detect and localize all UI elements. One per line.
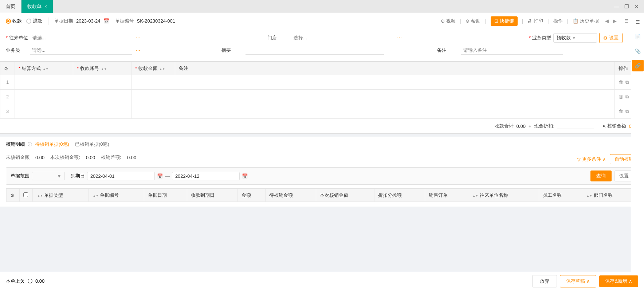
nav-next[interactable]: ▶ — [611, 17, 619, 25]
counterparty-input[interactable] — [30, 34, 132, 42]
salesperson-input[interactable] — [30, 46, 132, 55]
history-btn[interactable]: 📋 历史单据 — [573, 18, 599, 24]
store-more-btn[interactable]: ··· — [396, 35, 403, 41]
row-3-remark[interactable] — [175, 104, 615, 119]
salesperson-more-btn[interactable]: ··· — [134, 47, 142, 54]
table-row: 3 🗑 ⧉ — [0, 104, 644, 119]
restore-button[interactable]: ❐ — [622, 2, 631, 11]
row-2-copy-icon[interactable]: ⧉ — [625, 94, 629, 100]
receipt-table-container: ⚙ 结算方式 ▲▼ 收款账号 ▲▼ 收款金额 ▲▼ 备注 — [0, 62, 644, 119]
select-all-checkbox[interactable] — [23, 192, 28, 197]
row-1-settlement[interactable] — [15, 75, 73, 90]
cal-to-icon[interactable]: 📅 — [242, 173, 248, 179]
sidebar-link-icon[interactable]: 🔗 — [632, 60, 644, 71]
help-btn[interactable]: ⊙ 帮助 — [466, 18, 480, 24]
receipt-table-section: ⚙ 结算方式 ▲▼ 收款账号 ▲▼ 收款金额 ▲▼ 备注 — [0, 62, 644, 119]
close-button[interactable]: ✕ — [632, 2, 641, 11]
collapse-icon: ∧ — [602, 157, 606, 162]
row-2-amount[interactable] — [131, 90, 175, 104]
discount-input[interactable] — [557, 123, 594, 129]
divider-6: | — [567, 18, 568, 24]
due-date-to[interactable] — [172, 172, 240, 180]
row-1-copy-icon[interactable]: ⧉ — [625, 79, 629, 85]
counterparty-more-btn[interactable]: ··· — [134, 35, 142, 41]
row-1-amount[interactable] — [131, 75, 175, 90]
tab-receipt[interactable]: 收款单 × — [21, 0, 53, 13]
remark-input[interactable] — [461, 46, 563, 55]
row-3-amount[interactable] — [131, 104, 175, 119]
more-conditions-btn[interactable]: ▽ 更多条件 ∧ — [577, 156, 606, 162]
biz-type-select[interactable]: 预收款 ▼ — [553, 33, 597, 43]
table-settings-icon[interactable]: ⚙ — [4, 66, 8, 71]
doc-date-value[interactable]: 2023-03-24 — [76, 18, 101, 24]
net-label: 可核销金额 — [602, 123, 626, 129]
unverified-value: 0.00 — [35, 155, 44, 160]
radio-receipt[interactable]: 收款 — [6, 18, 22, 24]
right-sidebar: ☰ 📄 📎 🔗 — [631, 13, 644, 272]
bt-sales-order-label: 销售订单 — [429, 192, 448, 198]
video-btn[interactable]: ⊙ 视频 — [441, 18, 456, 24]
bt-settings-icon[interactable]: ⚙ — [10, 193, 15, 198]
row-2-settlement[interactable] — [15, 90, 73, 104]
query-btn[interactable]: 查询 — [590, 171, 612, 181]
row-3-copy-icon[interactable]: ⧉ — [625, 109, 629, 114]
sort-cp-icon[interactable]: ▲▼ — [472, 195, 478, 197]
tab-done[interactable]: 已核销单据(0笔) — [75, 141, 109, 148]
store-input[interactable] — [291, 34, 393, 42]
info-icon[interactable]: ⓘ — [28, 141, 32, 148]
bt-col-settings[interactable]: ⚙ — [7, 189, 20, 202]
sort-dept-icon[interactable]: ▲▼ — [586, 195, 592, 197]
window-controls: — ❐ ✕ — [612, 2, 644, 11]
row-2-account[interactable] — [73, 90, 131, 104]
row-3-delete-icon[interactable]: 🗑 — [619, 109, 623, 114]
tab-pending[interactable]: 待核销单据(0笔) — [35, 141, 69, 148]
due-date-from[interactable] — [87, 172, 155, 180]
bt-col-doc-date: 单据日期 — [144, 189, 187, 202]
print-btn[interactable]: 🖨 打印 — [527, 18, 543, 24]
running-total-info-icon[interactable]: ⓘ — [28, 278, 32, 285]
radio-receipt-label: 收款 — [12, 18, 22, 24]
save-draft-button[interactable]: 保存草稿 ∧ — [560, 275, 596, 287]
biz-settings-btn[interactable]: ⚙ 设置 — [599, 33, 623, 43]
divider-4: | — [522, 18, 523, 24]
row-1-account[interactable] — [73, 75, 131, 90]
cal-from-icon[interactable]: 📅 — [157, 173, 163, 179]
sort-account-icon[interactable]: ▲▼ — [101, 68, 107, 71]
tab-close-icon[interactable]: × — [44, 4, 47, 9]
range-select[interactable]: ▼ — [32, 172, 65, 180]
row-2-remark[interactable] — [175, 90, 615, 104]
col-settings[interactable]: ⚙ — [0, 62, 15, 75]
sidebar-attach-icon[interactable]: 📎 — [632, 45, 644, 57]
summary-input[interactable] — [246, 46, 384, 55]
row-2-delete-icon[interactable]: 🗑 — [619, 94, 623, 99]
calendar-icon[interactable]: 📅 — [103, 18, 109, 24]
save-new-button[interactable]: 保存&新增 ∧ — [599, 275, 638, 287]
row-3-account[interactable] — [73, 104, 131, 119]
sort-dt-icon[interactable]: ▲▼ — [37, 195, 43, 197]
minimize-button[interactable]: — — [612, 2, 621, 11]
operations-btn[interactable]: 操作 — [553, 18, 563, 24]
shortcuts-btn[interactable]: ⊡ 快捷键 — [491, 16, 518, 26]
tab-home[interactable]: 首页 — [0, 0, 21, 13]
total-value: 0.00 — [517, 124, 526, 129]
list-view-btn[interactable]: ☰ — [623, 17, 630, 25]
nav-prev[interactable]: ◀ — [603, 17, 610, 25]
row-1-delete-icon[interactable]: 🗑 — [619, 79, 623, 85]
sort-amount-icon[interactable]: ▲▼ — [159, 68, 165, 71]
sidebar-table-icon[interactable]: ☰ — [632, 16, 644, 28]
row-1-remark[interactable] — [175, 75, 615, 90]
col-remark-label: 备注 — [179, 66, 188, 71]
abandon-button[interactable]: 放弃 — [532, 275, 557, 287]
bt-col-pending: 待核销金额 — [265, 189, 316, 202]
radio-refund[interactable]: 退款 — [26, 18, 42, 24]
sidebar-doc-icon[interactable]: 📄 — [632, 31, 644, 42]
sort-settlement-icon[interactable]: ▲▼ — [43, 68, 48, 71]
bt-due-date-label: 收款到期日 — [191, 192, 215, 198]
save-draft-label: 保存草稿 — [566, 278, 585, 285]
sort-dn-icon[interactable]: ▲▼ — [93, 195, 99, 197]
summary-label: 摘要 — [221, 47, 243, 54]
bt-col-checkbox[interactable] — [20, 189, 33, 202]
row-3-settlement[interactable] — [15, 104, 73, 119]
save-new-label: 保存&新增 — [605, 278, 627, 285]
video-label: 视频 — [446, 18, 456, 24]
